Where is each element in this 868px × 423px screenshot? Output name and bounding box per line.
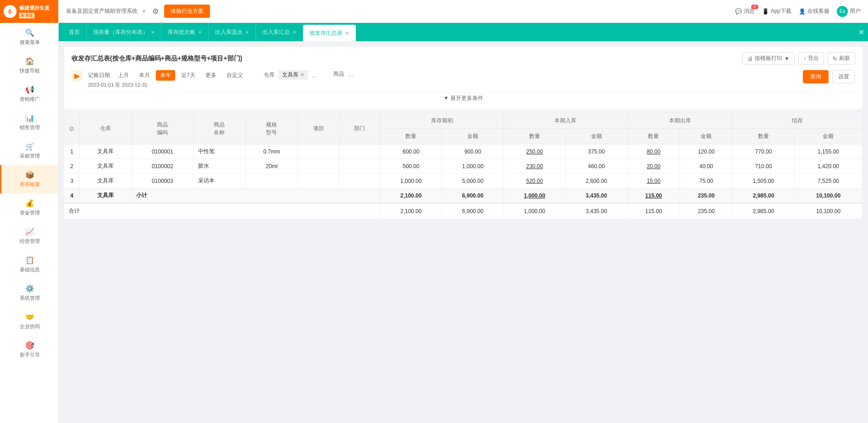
sidebar-item-purchase-label: 采购管理 bbox=[20, 153, 40, 159]
sidebar-item-operations-label: 经营管理 bbox=[20, 238, 40, 245]
total-open-amt: 6,900.00 bbox=[442, 203, 504, 219]
newbie-icon: 🎯 bbox=[25, 341, 34, 350]
date-btn-7days[interactable]: 近7天 bbox=[177, 70, 199, 81]
tab-flow[interactable]: 出入库流水 ✕ bbox=[209, 23, 256, 41]
export-btn[interactable]: ↑ 导出 bbox=[798, 52, 824, 65]
sidebar-item-quicknav[interactable]: 🏠 快捷导航 bbox=[0, 51, 58, 80]
date-options: 上月 本月 本年 近7天 更多 自定义 bbox=[114, 70, 247, 81]
sidebar-item-purchase[interactable]: 🛒 采购管理 bbox=[0, 137, 58, 165]
th-product-name: 商品名称 bbox=[194, 113, 245, 144]
date-btn-custom[interactable]: 自定义 bbox=[222, 70, 247, 81]
sales-icon: 📊 bbox=[25, 114, 34, 122]
sidebar-item-base[interactable]: 📋 基础信息 bbox=[0, 250, 58, 279]
system-icon: ⚙️ bbox=[25, 284, 34, 293]
panel-header: 收发存汇总表(按仓库+商品编码+商品+规格型号+项目+部门) 🖨 按模板打印 ▼… bbox=[72, 52, 855, 65]
topbar: 装备及固定资产辅助管理系统 ▼ ⚙ 体验行业方案 💬 消息 6 📱 App下载 … bbox=[59, 0, 868, 23]
th-incoming-amt: 金额 bbox=[565, 129, 627, 144]
date-btn-this-month[interactable]: 本月 bbox=[135, 70, 154, 81]
th-closing-group: 结存 bbox=[733, 113, 862, 129]
sidebar-item-sales[interactable]: 📊 销售管理 bbox=[0, 108, 58, 137]
sidebar-item-newbie-label: 新手引导 bbox=[20, 352, 40, 358]
tab-home-label: 首页 bbox=[69, 28, 80, 36]
sidebar-item-marketing[interactable]: 📢 营销推广 bbox=[0, 80, 58, 108]
tab-bar: 首页 现存量（库存分布表） ✕ 库存批次账 ✕ 出入库流水 ✕ 出入库汇总 ✕ … bbox=[59, 23, 868, 41]
tab-home[interactable]: 首页 bbox=[62, 23, 87, 41]
warehouse-filter: 文具库 ✕ bbox=[278, 70, 308, 80]
sidebar-item-enterprise[interactable]: 🤝 企业协同 bbox=[0, 307, 58, 335]
tab-batch[interactable]: 库存批次账 ✕ bbox=[161, 23, 209, 41]
close-all-tabs-btn[interactable]: ✕ bbox=[858, 28, 864, 37]
sidebar-item-inventory[interactable]: 📦 库存核算 bbox=[0, 165, 58, 193]
main-content: 装备及固定资产辅助管理系统 ▼ ⚙ 体验行业方案 💬 消息 6 📱 App下载 … bbox=[59, 0, 868, 423]
topbar-right: 💬 消息 6 📱 App下载 👤 在线客服 Ea 用户 bbox=[735, 6, 861, 17]
sidebar-item-newbie[interactable]: 🎯 新手引导 bbox=[0, 335, 58, 364]
inventory-icon: 📦 bbox=[25, 170, 34, 179]
th-settings: ⚙ bbox=[64, 113, 80, 144]
th-outgoing-qty: 数量 bbox=[627, 129, 680, 144]
expand-more-btn[interactable]: ▼ 展开更多条件 bbox=[72, 92, 855, 104]
app-download-item[interactable]: 📱 App下载 bbox=[762, 7, 791, 15]
sidebar-item-operations[interactable]: 📈 经营管理 bbox=[0, 222, 58, 250]
product-more[interactable]: ... bbox=[348, 71, 354, 78]
sidebar-item-quicknav-label: 快捷导航 bbox=[20, 67, 40, 74]
date-btn-this-year[interactable]: 本年 bbox=[156, 70, 175, 81]
sidebar-item-system[interactable]: ⚙️ 系统管理 bbox=[0, 279, 58, 307]
tab-summary-label: 出入库汇总 bbox=[262, 28, 290, 36]
tab-close-icon[interactable]: ✕ bbox=[293, 30, 296, 35]
settings-icon[interactable]: ⚙ bbox=[152, 7, 159, 16]
filter-setting-btn[interactable]: 设置 bbox=[832, 70, 855, 83]
tab-flow-label: 出入库流水 bbox=[215, 28, 243, 36]
total-open-qty: 2,100.00 bbox=[380, 203, 442, 219]
sidebar-item-finance[interactable]: 💰 资金管理 bbox=[0, 193, 58, 222]
tab-close-icon[interactable]: ✕ bbox=[245, 30, 249, 35]
message-icon: 💬 bbox=[735, 8, 742, 15]
tab-close-icon[interactable]: ✕ bbox=[198, 30, 202, 35]
th-product-spec: 规格型号 bbox=[245, 113, 298, 144]
experience-btn[interactable]: 体验行业方案 bbox=[164, 5, 210, 18]
enterprise-icon: 🤝 bbox=[25, 313, 34, 321]
tab-active-close-icon[interactable]: ✕ bbox=[345, 31, 349, 36]
message-item[interactable]: 💬 消息 6 bbox=[735, 7, 755, 15]
warehouse-more[interactable]: ... bbox=[312, 71, 317, 79]
sidebar-logo: 6 畅捷通好生意 标准版 bbox=[0, 0, 58, 23]
filter-arrow-btn[interactable]: ▶ bbox=[72, 70, 83, 81]
tab-inventory-dist[interactable]: 现存量（库存分布表） ✕ bbox=[87, 23, 161, 41]
total-out-amt: 235.00 bbox=[680, 203, 733, 219]
refresh-icon: ↻ bbox=[833, 55, 837, 62]
tab-receive-summary[interactable]: 收发存汇总表 ✕ bbox=[303, 25, 356, 41]
column-settings-icon[interactable]: ⚙ bbox=[69, 125, 75, 132]
tab-summary[interactable]: 出入库汇总 ✕ bbox=[256, 23, 303, 41]
logo-tag: 标准版 bbox=[19, 13, 34, 18]
sidebar-item-enterprise-label: 企业协同 bbox=[20, 323, 40, 330]
total-row: 合计 2,100.00 6,900.00 1,000.00 3,435.00 1… bbox=[64, 203, 862, 219]
total-in-qty: 1,000.00 bbox=[503, 203, 565, 219]
sidebar-item-sales-label: 销售管理 bbox=[20, 124, 40, 131]
tab-batch-label: 库存批次账 bbox=[168, 28, 195, 36]
panel-header-actions: 🖨 按模板打印 ▼ ↑ 导出 ↻ 刷新 bbox=[742, 52, 855, 65]
online-service-item[interactable]: 👤 在线客服 bbox=[799, 7, 829, 15]
total-in-amt: 3,435.00 bbox=[565, 203, 627, 219]
sidebar-item-search[interactable]: 🔍 搜索菜单 bbox=[0, 23, 58, 51]
tab-close-icon[interactable]: ✕ bbox=[151, 30, 155, 35]
sidebar: 6 畅捷通好生意 标准版 🔍 搜索菜单 🏠 快捷导航 📢 营销推广 📊 销售管理… bbox=[0, 0, 59, 423]
print-btn[interactable]: 🖨 按模板打印 ▼ bbox=[742, 52, 795, 65]
print-icon: 🖨 bbox=[747, 55, 753, 62]
home-icon: 🏠 bbox=[25, 57, 34, 66]
online-service-label: 在线客服 bbox=[807, 7, 829, 15]
sidebar-item-inventory-label: 库存核算 bbox=[20, 181, 40, 188]
chevron-down-icon: ▼ bbox=[784, 55, 790, 62]
sidebar-item-base-label: 基础信息 bbox=[20, 266, 40, 273]
system-title: 装备及固定资产辅助管理系统 ▼ bbox=[66, 7, 147, 15]
warehouse-tag-close[interactable]: ✕ bbox=[300, 72, 304, 78]
refresh-btn[interactable]: ↻ 刷新 bbox=[828, 52, 855, 65]
query-btn[interactable]: 查询 bbox=[803, 70, 829, 83]
th-outgoing-group: 本期出库 bbox=[627, 113, 733, 129]
th-closing-amt: 金额 bbox=[794, 129, 862, 144]
export-icon: ↑ bbox=[803, 55, 806, 62]
th-closing-qty: 数量 bbox=[733, 129, 795, 144]
logo-text: 畅捷通好生意 bbox=[19, 5, 50, 11]
date-btn-last-month[interactable]: 上月 bbox=[114, 70, 133, 81]
date-btn-more[interactable]: 更多 bbox=[201, 70, 221, 81]
user-item[interactable]: Ea 用户 bbox=[837, 6, 861, 17]
th-incoming-group: 本期入库 bbox=[503, 113, 627, 129]
